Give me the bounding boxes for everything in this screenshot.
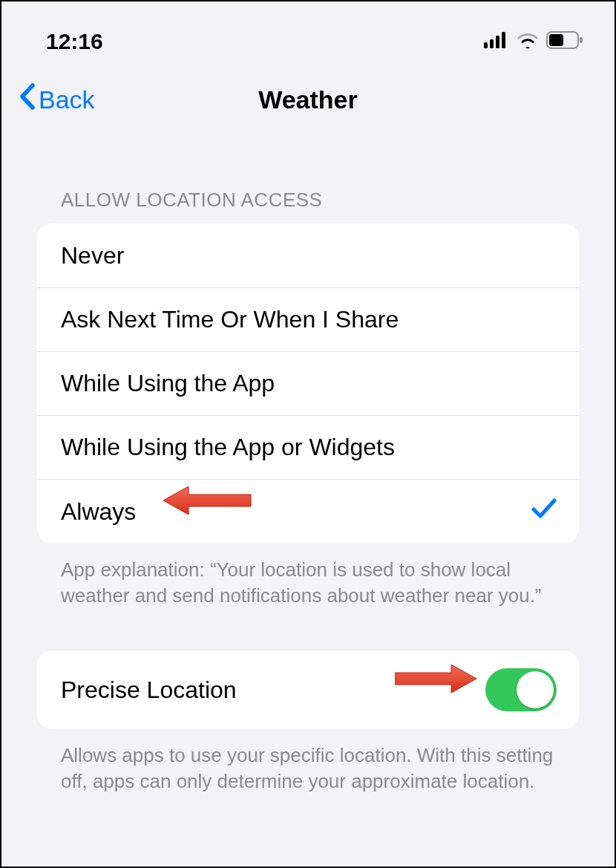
precise-location-row[interactable]: Precise Location <box>37 650 579 729</box>
back-button[interactable]: Back <box>1 82 95 117</box>
precise-location-footer: Allows apps to use your specific locatio… <box>1 729 615 794</box>
svg-rect-0 <box>484 42 488 48</box>
nav-bar: Back Weather <box>1 70 615 129</box>
location-access-footer: App explanation: “Your location is used … <box>1 544 615 609</box>
status-icons <box>484 31 583 52</box>
battery-icon <box>546 31 583 52</box>
precise-location-label: Precise Location <box>61 676 237 704</box>
option-label: While Using the App <box>61 370 275 397</box>
location-access-group: Never Ask Next Time Or When I Share Whil… <box>37 223 579 544</box>
back-label: Back <box>39 85 95 114</box>
svg-rect-3 <box>502 32 505 48</box>
precise-location-group: Precise Location <box>37 650 579 729</box>
chevron-left-icon <box>18 82 37 117</box>
location-access-header: ALLOW LOCATION ACCESS <box>1 129 615 223</box>
option-label: Ask Next Time Or When I Share <box>61 306 399 333</box>
checkmark-icon <box>531 497 557 526</box>
svg-rect-1 <box>490 39 494 48</box>
option-label: Never <box>61 242 124 270</box>
option-always[interactable]: Always <box>37 479 579 544</box>
option-while-using-app[interactable]: While Using the App <box>37 351 579 415</box>
option-label: Always <box>61 498 136 526</box>
option-never[interactable]: Never <box>37 223 579 287</box>
precise-location-toggle[interactable] <box>485 668 557 711</box>
option-label: While Using the App or Widgets <box>61 434 395 461</box>
svg-rect-6 <box>580 37 583 43</box>
wifi-icon <box>517 32 539 51</box>
option-while-using-app-or-widgets[interactable]: While Using the App or Widgets <box>37 415 579 479</box>
status-time: 12:16 <box>46 29 103 54</box>
status-bar: 12:16 <box>1 1 615 61</box>
svg-rect-2 <box>496 36 499 48</box>
option-ask-next-time[interactable]: Ask Next Time Or When I Share <box>37 287 579 351</box>
cellular-icon <box>484 32 509 51</box>
svg-rect-5 <box>549 34 563 46</box>
